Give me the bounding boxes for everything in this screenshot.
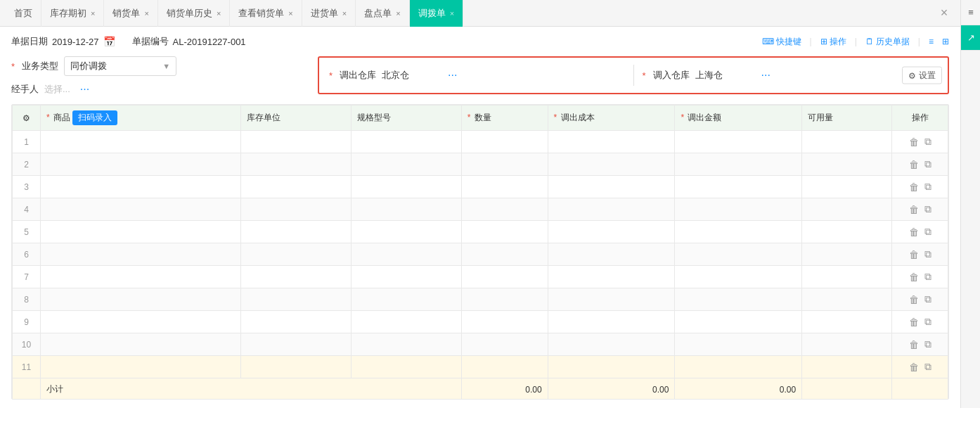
copy-btn-11[interactable]: ⧉ [923, 359, 933, 374]
amount-cell-2[interactable] [675, 153, 802, 176]
goods-cell-2[interactable] [41, 153, 241, 176]
copy-btn-10[interactable]: ⧉ [923, 337, 933, 352]
tab-inventory[interactable]: 盘点单 × [356, 0, 409, 27]
cost-cell-4[interactable] [548, 198, 675, 221]
tab-purchase-order[interactable]: 进货单 × [302, 0, 356, 27]
goods-cell-1[interactable] [41, 131, 241, 153]
cost-cell-9[interactable] [548, 311, 675, 333]
amount-cell-4[interactable] [675, 198, 802, 221]
delete-btn-6[interactable]: 🗑 [908, 248, 920, 262]
spec-cell-8[interactable] [351, 288, 461, 311]
spec-cell-9[interactable] [351, 311, 461, 333]
cost-cell-10[interactable] [548, 333, 675, 356]
unit-cell-7[interactable] [241, 266, 352, 288]
person-placeholder[interactable]: 选择... [44, 83, 70, 96]
amount-cell-3[interactable] [675, 176, 802, 198]
tab-sales-order-close[interactable]: × [144, 9, 148, 18]
spec-cell-1[interactable] [351, 131, 461, 153]
delete-btn-10[interactable]: 🗑 [908, 338, 920, 352]
cost-cell-5[interactable] [548, 221, 675, 243]
delete-btn-2[interactable]: 🗑 [908, 158, 920, 172]
goods-cell-8[interactable] [41, 288, 241, 311]
unit-cell-9[interactable] [241, 311, 352, 333]
amount-cell-9[interactable] [675, 311, 802, 333]
spec-cell-2[interactable] [351, 153, 461, 176]
person-more-button[interactable]: ··· [76, 83, 94, 96]
shortcuts-action[interactable]: ⌨ 快捷键 [762, 36, 801, 48]
cost-cell-8[interactable] [548, 288, 675, 311]
business-type-select[interactable]: 同价调拨 ▼ [64, 56, 176, 76]
delete-btn-4[interactable]: 🗑 [908, 203, 920, 217]
settings-button[interactable]: ⚙ 设置 [902, 67, 942, 84]
amount-cell-6[interactable] [675, 243, 802, 266]
spec-cell-5[interactable] [351, 221, 461, 243]
tab-view-sales[interactable]: 查看销货单 × [230, 0, 302, 27]
amount-cell-1[interactable] [675, 131, 802, 153]
goods-cell-3[interactable] [41, 176, 241, 198]
warehouse-in-more-button[interactable]: ··· [757, 69, 775, 82]
qty-cell-9[interactable] [461, 311, 548, 333]
goods-cell-4[interactable] [41, 198, 241, 221]
scan-button[interactable]: 扫码录入 [72, 110, 117, 125]
goods-cell-9[interactable] [41, 311, 241, 333]
cost-cell-6[interactable] [548, 243, 675, 266]
copy-btn-2[interactable]: ⧉ [923, 157, 933, 172]
tab-sales-history-close[interactable]: × [217, 9, 221, 18]
tab-bar-close-button[interactable]: × [934, 3, 955, 24]
col-gear[interactable]: ⚙ [13, 106, 41, 131]
unit-cell-5[interactable] [241, 221, 352, 243]
amount-cell-7[interactable] [675, 266, 802, 288]
tab-transfer-close[interactable]: × [450, 9, 454, 18]
delete-btn-3[interactable]: 🗑 [908, 180, 920, 194]
unit-cell-1[interactable] [241, 131, 352, 153]
qty-cell-1[interactable] [461, 131, 548, 153]
copy-btn-8[interactable]: ⧉ [923, 292, 933, 307]
unit-cell-6[interactable] [241, 243, 352, 266]
copy-btn-5[interactable]: ⧉ [923, 224, 933, 239]
qty-cell-8[interactable] [461, 288, 548, 311]
unit-cell-2[interactable] [241, 153, 352, 176]
qty-cell-4[interactable] [461, 198, 548, 221]
cost-cell-1[interactable] [548, 131, 675, 153]
copy-btn-9[interactable]: ⧉ [923, 314, 933, 329]
calendar-icon[interactable]: 📅 [103, 36, 115, 47]
amount-cell-8[interactable] [675, 288, 802, 311]
goods-cell-5[interactable] [41, 221, 241, 243]
tab-stock-init-close[interactable]: × [91, 9, 95, 18]
operations-action[interactable]: ⊞ 操作 [820, 36, 846, 48]
unit-cell-3[interactable] [241, 176, 352, 198]
layout-icon-1[interactable]: ≡ [929, 37, 934, 46]
tab-stock-init[interactable]: 库存期初 × [41, 0, 104, 27]
goods-cell-7[interactable] [41, 266, 241, 288]
goods-cell-11[interactable] [41, 356, 241, 378]
side-panel-export-btn[interactable]: ↗ [961, 25, 980, 51]
unit-cell-4[interactable] [241, 198, 352, 221]
cost-cell-7[interactable] [548, 266, 675, 288]
copy-btn-3[interactable]: ⧉ [923, 179, 933, 194]
cost-cell-3[interactable] [548, 176, 675, 198]
amount-cell-5[interactable] [675, 221, 802, 243]
tab-sales-order[interactable]: 销货单 × [104, 0, 157, 27]
qty-cell-10[interactable] [461, 333, 548, 356]
spec-cell-3[interactable] [351, 176, 461, 198]
side-panel-list-btn[interactable]: ≡ [961, 0, 980, 25]
spec-cell-4[interactable] [351, 198, 461, 221]
tab-view-sales-close[interactable]: × [288, 9, 292, 18]
delete-btn-1[interactable]: 🗑 [908, 135, 920, 149]
qty-cell-3[interactable] [461, 176, 548, 198]
qty-cell-7[interactable] [461, 266, 548, 288]
spec-cell-7[interactable] [351, 266, 461, 288]
qty-cell-6[interactable] [461, 243, 548, 266]
tab-transfer[interactable]: 调拨单 × [410, 0, 463, 27]
tab-home[interactable]: 首页 [6, 0, 41, 27]
copy-btn-4[interactable]: ⧉ [923, 202, 933, 217]
warehouse-out-more-button[interactable]: ··· [444, 69, 461, 82]
history-action[interactable]: 🗒 历史单据 [865, 36, 910, 48]
copy-btn-7[interactable]: ⧉ [923, 269, 933, 284]
delete-btn-7[interactable]: 🗑 [908, 270, 920, 284]
unit-cell-8[interactable] [241, 288, 352, 311]
copy-btn-1[interactable]: ⧉ [923, 134, 933, 149]
tab-inventory-close[interactable]: × [396, 9, 400, 18]
goods-cell-10[interactable] [41, 333, 241, 356]
qty-cell-5[interactable] [461, 221, 548, 243]
